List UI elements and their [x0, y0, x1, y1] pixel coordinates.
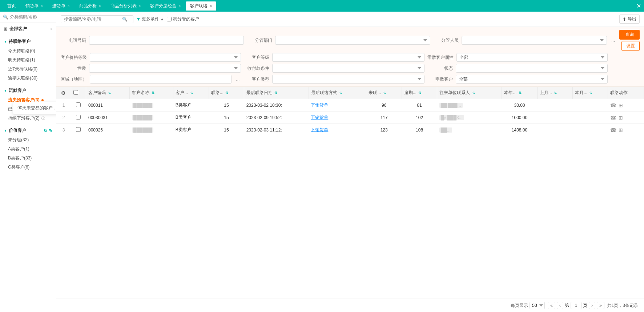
sidebar-item-class-c[interactable]: C类客户(6) [0, 163, 56, 172]
filter-nature-select[interactable] [89, 64, 241, 73]
company-contact-sort-icon[interactable]: ⇅ [472, 91, 475, 95]
settings-btn[interactable]: 设置 [621, 41, 640, 51]
last-page-btn[interactable]: » [597, 302, 604, 309]
filter-region-dots[interactable]: ... [234, 77, 241, 82]
filter-item-scattered: 零散客户 全部 [427, 75, 608, 84]
filter-dept-select[interactable] [275, 36, 430, 45]
overdue-sort-icon[interactable]: ⇅ [418, 91, 421, 95]
sidebar-item-overdue[interactable]: 逾期未联络(30) [0, 74, 56, 83]
nav-tab-customer-contact-close[interactable]: × [210, 4, 212, 8]
sidebar-item-class-b[interactable]: B类客户(33) [0, 154, 56, 163]
last-method-link[interactable]: 下销货单 [311, 115, 328, 120]
nav-tab-sales-close[interactable]: × [41, 4, 43, 8]
nav-tab-analysis-list[interactable]: 商品分析列表 × [106, 1, 145, 11]
filter-price-level-select[interactable] [90, 53, 241, 62]
last-method-link[interactable]: 下销货单 [311, 127, 328, 132]
last-method-link[interactable]: 下销货单 [311, 102, 328, 108]
td-name-blurred: ██████ [132, 127, 153, 133]
row-checkbox-2[interactable] [76, 127, 81, 132]
th-code-label: 客户编码 [88, 90, 106, 95]
nav-tab-analysis-close[interactable]: × [99, 4, 101, 8]
filter-region-input[interactable] [90, 75, 232, 84]
last-method-sort-icon[interactable]: ⇅ [339, 91, 342, 95]
nav-tab-customer-segment[interactable]: 客户分层经营 × [146, 1, 185, 11]
filter-scattered-select[interactable]: 全部 [456, 75, 608, 84]
sidebar-group-value-header[interactable]: ▼ 价值客户 ↻ ✎ [0, 126, 56, 135]
action-phone-icon[interactable]: ☎ [610, 115, 616, 121]
filter-payment-select[interactable] [272, 64, 424, 73]
last-month-sort-icon[interactable]: ⇅ [554, 91, 557, 95]
nav-tab-customer-contact[interactable]: 客户联络 × [186, 1, 216, 11]
action-phone-icon[interactable]: ☎ [610, 127, 616, 133]
sidebar-all-customers[interactable]: ⊞ 全部客户 « [0, 23, 56, 35]
td-company-contact: █y ███3... [437, 112, 502, 124]
type-sort-icon[interactable]: ⇅ [190, 91, 193, 95]
per-page-select[interactable]: 50 [530, 302, 545, 309]
action-grid-icon[interactable]: ⊞ [619, 127, 623, 133]
td-last-month [537, 99, 572, 112]
filter-person-select[interactable] [462, 36, 607, 45]
filter-scattered-prop-select[interactable]: 全部 [456, 53, 608, 62]
select-all-checkbox[interactable] [73, 90, 78, 95]
uncontact-sort-icon[interactable]: ⇅ [383, 91, 386, 95]
code-sort-icon[interactable]: ⇅ [108, 91, 111, 95]
filter-person-dots[interactable]: ... [610, 38, 616, 43]
next-page-btn[interactable]: › [589, 302, 595, 309]
action-phone-icon[interactable]: ☎ [610, 102, 616, 108]
sidebar-item-drop-hold-label: 持续下滑客户(2) [8, 116, 40, 121]
sidebar-group-value: ▼ 价值客户 ↻ ✎ 未分组(32) A类客户(1) B类客户(33) C类客户… [0, 124, 56, 173]
prev-page-btn[interactable]: ‹ [557, 302, 563, 309]
nav-tab-customer-segment-close[interactable]: × [178, 4, 181, 8]
grid-icon: ⊞ [4, 27, 7, 32]
search-input[interactable] [64, 17, 122, 22]
current-page-input[interactable] [571, 302, 581, 309]
row-checkbox-1[interactable] [76, 115, 81, 119]
sidebar-group-churn-header[interactable]: ▼ 沉默客户 [0, 86, 56, 96]
contact-sort-icon[interactable]: ⇅ [225, 91, 228, 95]
filter-scattered-prop-label: 零散客户属性 [427, 54, 454, 61]
nav-tab-analysis-list-close[interactable]: × [139, 4, 141, 8]
sidebar-group-pending-header[interactable]: ▼ 待联络客户 [0, 37, 56, 46]
filter-phone-label: 电话号码 [61, 37, 86, 44]
filter-customer-type-select[interactable] [272, 75, 424, 84]
my-customers-checkbox[interactable] [167, 17, 172, 21]
query-btn[interactable]: 查询 [619, 30, 640, 40]
total-text: 共1页，3条记录 [607, 303, 638, 309]
filter-customer-level-select[interactable] [272, 53, 424, 62]
this-year-sort-icon[interactable]: ⇅ [519, 91, 522, 95]
sidebar-search-input[interactable] [10, 15, 53, 20]
filter-phone-input[interactable] [89, 36, 244, 45]
last-date-sort-icon[interactable]: ⇅ [274, 91, 277, 95]
th-last-method-label: 最后联络方式 [311, 90, 337, 95]
nav-tab-sales[interactable]: 销货单 × [21, 1, 47, 11]
filter-status-select[interactable] [456, 64, 608, 73]
export-btn[interactable]: ⬆ 导出 [619, 15, 640, 24]
page-label-end: 页 [583, 303, 587, 309]
sidebar-item-class-a[interactable]: A类客户(1) [0, 145, 56, 154]
nav-tab-analysis[interactable]: 商品分析 × [75, 1, 105, 11]
nav-tab-purchase-close[interactable]: × [68, 4, 70, 8]
nav-tab-purchase[interactable]: 进货单 × [48, 1, 74, 11]
close-all-btn[interactable]: ✕ [636, 3, 641, 9]
my-customers-wrap: 我分管的客户 [167, 16, 199, 22]
nav-tab-purchase-label: 进货单 [52, 3, 65, 9]
table-settings-icon[interactable]: ⚙ [61, 90, 66, 96]
sidebar-item-drop-hold[interactable]: 持续下滑客户(2) ⓘ [0, 114, 56, 123]
sidebar-item-ungrouped[interactable]: 未分组(32) [0, 135, 56, 145]
this-month-sort-icon[interactable]: ⇅ [589, 91, 592, 95]
first-page-btn[interactable]: « [548, 302, 555, 309]
row-checkbox-0[interactable] [76, 102, 81, 107]
name-sort-icon[interactable]: ⇅ [152, 91, 154, 95]
value-edit-icon[interactable]: ✎ [49, 128, 52, 133]
sidebar-item-week[interactable]: 近7天待联络(0) [0, 65, 56, 74]
sidebar-item-today[interactable]: 今天待联络(0) [0, 46, 56, 56]
action-grid-icon[interactable]: ⊞ [619, 102, 623, 108]
company-contact-blurred: ██ ███... [439, 103, 463, 108]
nav-tab-home[interactable]: 首页 [3, 1, 20, 11]
action-grid-icon[interactable]: ⊞ [619, 115, 623, 121]
value-refresh-icon[interactable]: ↻ [44, 128, 47, 133]
more-conditions-btn[interactable]: ▼ 更多条件 ▲ [136, 16, 164, 22]
search-icon[interactable]: 🔍 [122, 17, 128, 22]
sidebar-item-tomorrow[interactable]: 明天待联络(1) [0, 56, 56, 65]
sidebar-collapse-icon[interactable]: « [50, 27, 52, 31]
